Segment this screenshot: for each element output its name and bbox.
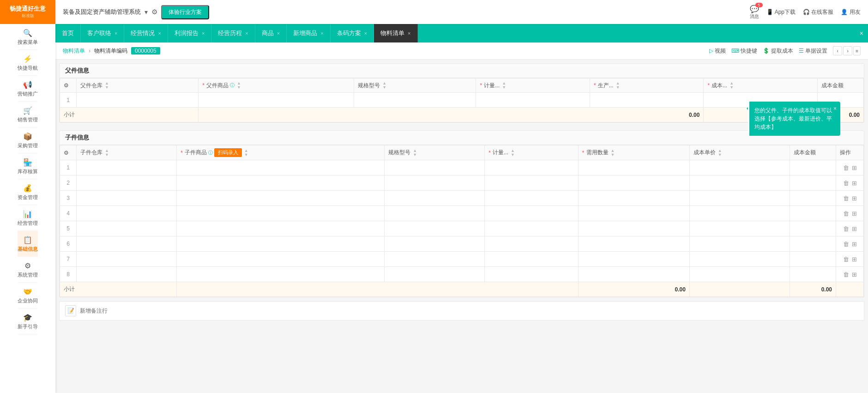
delete-icon-7[interactable]: 🗑: [843, 256, 849, 263]
online-service-link[interactable]: 🎧 在线客服: [803, 8, 833, 16]
child-amount-7[interactable]: [790, 252, 836, 267]
copy-icon-1[interactable]: ⊞: [852, 164, 857, 171]
child-amount-6[interactable]: [790, 236, 836, 252]
copy-icon-4[interactable]: ⊞: [852, 210, 857, 217]
sidebar-item-3[interactable]: 🛒销售管理: [18, 102, 38, 127]
child-spec-1[interactable]: [385, 160, 485, 175]
tooltip-close[interactable]: ×: [833, 104, 837, 113]
child-product-8[interactable]: [177, 267, 385, 282]
child-product-6[interactable]: [177, 236, 385, 252]
nav-tab-5[interactable]: 商品×: [255, 24, 287, 42]
add-note-icon[interactable]: 📝: [65, 305, 76, 316]
child-qty-3[interactable]: [578, 191, 689, 206]
breadcrumb-link[interactable]: 物料清单: [63, 47, 85, 55]
child-qty-6[interactable]: [578, 236, 689, 252]
sidebar-item-2[interactable]: 📢营销推广: [18, 76, 38, 102]
delete-icon-1[interactable]: 🗑: [843, 164, 849, 171]
child-amount-8[interactable]: [790, 267, 836, 282]
child-unit-6[interactable]: [485, 236, 579, 252]
child-product-1[interactable]: [177, 160, 385, 175]
parent-warehouse-cell[interactable]: [77, 93, 199, 108]
sidebar-item-9[interactable]: ⚙系统管理: [18, 257, 38, 283]
sidebar-item-10[interactable]: 🤝企业协同: [18, 283, 38, 308]
shortcut-btn[interactable]: ⌨ 快捷键: [731, 47, 757, 55]
child-amount-3[interactable]: [790, 191, 836, 206]
next-page-btn[interactable]: ›: [843, 46, 852, 55]
system-dropdown-icon[interactable]: ▾: [145, 8, 148, 16]
child-qty-8[interactable]: [578, 267, 689, 282]
nav-tab-close-8[interactable]: ×: [408, 30, 410, 36]
child-spec-5[interactable]: [385, 221, 485, 236]
nav-tab-7[interactable]: 条码方案×: [331, 24, 374, 42]
app-download-link[interactable]: 📱 App下载: [766, 8, 796, 16]
delete-icon-3[interactable]: 🗑: [843, 195, 849, 202]
child-product-3[interactable]: [177, 191, 385, 206]
settings-icon[interactable]: ⚙: [151, 8, 157, 16]
copy-icon-7[interactable]: ⊞: [852, 256, 857, 263]
child-qty-5[interactable]: [578, 221, 689, 236]
delete-icon-5[interactable]: 🗑: [843, 225, 849, 232]
copy-icon-8[interactable]: ⊞: [852, 271, 857, 278]
child-unitcost-3[interactable]: [689, 191, 790, 206]
copy-icon-6[interactable]: ⊞: [852, 241, 857, 248]
child-unitcost-1[interactable]: [689, 160, 790, 175]
child-warehouse-1[interactable]: [77, 160, 177, 175]
child-spec-2[interactable]: [385, 175, 485, 191]
child-warehouse-6[interactable]: [77, 236, 177, 252]
child-warehouse-3[interactable]: [77, 191, 177, 206]
child-product-4[interactable]: [177, 206, 385, 221]
nav-tab-6[interactable]: 新增商品×: [287, 24, 330, 42]
view-btn[interactable]: ▷ 视频: [709, 47, 726, 55]
child-amount-5[interactable]: [790, 221, 836, 236]
child-unitcost-4[interactable]: [689, 206, 790, 221]
copy-icon-2[interactable]: ⊞: [852, 180, 857, 187]
delete-icon-2[interactable]: 🗑: [843, 180, 849, 187]
message-button[interactable]: 💬 消息 5: [750, 5, 759, 20]
nav-tab-2[interactable]: 经营情况×: [124, 24, 168, 42]
delete-icon-8[interactable]: 🗑: [843, 271, 849, 278]
nav-tab-close-5[interactable]: ×: [277, 30, 280, 36]
nav-tab-close-7[interactable]: ×: [364, 30, 367, 36]
child-unit-7[interactable]: [485, 252, 579, 267]
child-product-5[interactable]: [177, 221, 385, 236]
child-unitcost-7[interactable]: [689, 252, 790, 267]
child-unitcost-8[interactable]: [689, 267, 790, 282]
child-spec-7[interactable]: [385, 252, 485, 267]
scan-btn[interactable]: 扫码录入: [214, 148, 242, 157]
list-view-btn[interactable]: ≡: [853, 46, 861, 55]
child-spec-8[interactable]: [385, 267, 485, 282]
child-warehouse-8[interactable]: [77, 267, 177, 282]
child-product-7[interactable]: [177, 252, 385, 267]
child-unit-5[interactable]: [485, 221, 579, 236]
parent-spec-cell[interactable]: [354, 93, 476, 108]
parent-unit-cell[interactable]: [476, 93, 590, 108]
sidebar-item-11[interactable]: 🎓新手引导: [18, 308, 38, 334]
child-warehouse-7[interactable]: [77, 252, 177, 267]
copy-icon-3[interactable]: ⊞: [852, 195, 857, 202]
nav-tab-8[interactable]: 物料清单×: [374, 24, 417, 42]
close-all-tabs[interactable]: ×: [855, 30, 868, 37]
child-spec-3[interactable]: [385, 191, 485, 206]
nav-tab-0[interactable]: 首页: [55, 24, 81, 42]
child-unit-8[interactable]: [485, 267, 579, 282]
child-unit-2[interactable]: [485, 175, 579, 191]
sidebar-item-5[interactable]: 🏪库存核算: [18, 153, 38, 179]
parent-product-cell[interactable]: [199, 93, 354, 108]
nav-tab-close-2[interactable]: ×: [158, 30, 161, 36]
nav-tab-1[interactable]: 客户联络×: [81, 24, 124, 42]
add-note-label[interactable]: 新增备注行: [80, 307, 108, 315]
child-unit-4[interactable]: [485, 206, 579, 221]
delete-icon-4[interactable]: 🗑: [843, 210, 849, 217]
parent-produce-cell[interactable]: [590, 93, 704, 108]
child-unitcost-6[interactable]: [689, 236, 790, 252]
cost-extract-btn[interactable]: 💲 提取成本: [763, 47, 793, 55]
child-qty-4[interactable]: [578, 206, 689, 221]
nav-tab-close-6[interactable]: ×: [320, 30, 323, 36]
child-unitcost-5[interactable]: [689, 221, 790, 236]
sidebar-item-4[interactable]: 📦采购管理: [18, 127, 38, 153]
child-amount-4[interactable]: [790, 206, 836, 221]
child-unit-1[interactable]: [485, 160, 579, 175]
trial-button[interactable]: 体验行业方案: [161, 5, 209, 19]
sort-product[interactable]: ▲▼: [237, 81, 241, 90]
sidebar-item-7[interactable]: 📊经营管理: [18, 205, 38, 231]
